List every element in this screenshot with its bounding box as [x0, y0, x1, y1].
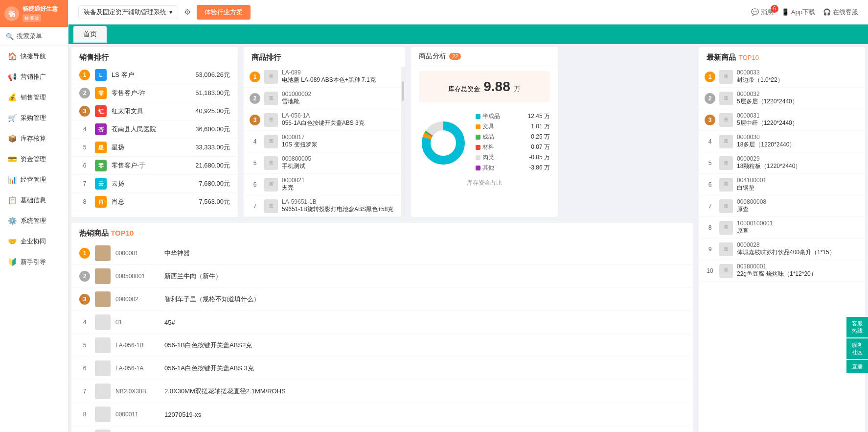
newest-img: 图: [719, 113, 733, 127]
inv-legend: 半成品 12.45 万 文具 1.01 万 成品 0.25 万 材料 0.07 …: [476, 112, 550, 174]
basic-info-icon: 📋: [8, 196, 17, 205]
inv-badge: 22: [449, 53, 461, 60]
sidebar-item-inventory[interactable]: 📦 库存核算: [0, 128, 68, 149]
message-icon: 💬: [751, 8, 759, 16]
sidebar-item-operations[interactable]: 📊 经营管理: [0, 169, 68, 190]
sidebar-item-marketing[interactable]: 📢 营销推广: [0, 67, 68, 87]
hot-product-item: 9 KK-SD22110H 花语萌恒温分疆罐袋（厚款）: [71, 426, 693, 432]
service-icon: 🎧: [823, 8, 831, 16]
newest-name: 体城嘉枝味苏打饮品400毫升（1*15）: [737, 248, 859, 257]
newest-rank-num: 5: [705, 158, 715, 168]
settings-icon[interactable]: ⚙: [184, 7, 191, 17]
rank-number: 6: [79, 160, 90, 171]
online-service-label: 在线客服: [833, 8, 858, 17]
logo-badge: 标准版: [23, 14, 41, 22]
inv-total-value: 9.88: [483, 79, 510, 94]
prod-name: 59651-1B旋转投影灯电池盒ABS黑色+58克: [282, 205, 399, 214]
online-service-item[interactable]: 🎧 在线客服: [823, 8, 858, 17]
message-item[interactable]: 💬 消息 6: [751, 8, 774, 17]
sidebar-item-purchase[interactable]: 🛒 采购管理: [0, 108, 68, 128]
legend-item: 文具 1.01 万: [476, 122, 550, 131]
sidebar-item-label-sales: 销售管理: [21, 93, 46, 102]
newest-name: 原查: [737, 227, 859, 235]
sidebar-item-sales[interactable]: 💰 销售管理: [0, 87, 68, 108]
content-main: 销售排行 1 L LS 客户 53,006.26元 2 零 零售客户-许 51,…: [69, 44, 696, 432]
hot-img: [95, 430, 111, 432]
float-btn-community[interactable]: 服务 社区: [846, 338, 868, 359]
newest-code: 003800001: [737, 263, 859, 270]
product-rank-item: 1 图 LA-089 电池盖 LA-089 ABS本色+黑种 7.1克: [244, 66, 405, 88]
app-download-item[interactable]: 📱 App下载: [781, 8, 815, 17]
newest-product-item: 2 图 0000032 5层多层（1220*2440）: [699, 88, 865, 109]
newest-img: 图: [719, 264, 733, 278]
rank-name: 肖总: [112, 197, 194, 206]
search-menu[interactable]: 🔍 搜索菜单: [0, 27, 68, 46]
legend-dot: [476, 124, 480, 129]
topbar: 装备及固定资产辅助管理系统 ▾ ⚙ 体验行业方案 💬 消息 6 📱 App下载 …: [69, 0, 868, 24]
rank-name: 零售客户-许: [112, 89, 190, 97]
product-ranking-panel: 商品排行 1 图 LA-089 电池盖 LA-089 ABS本色+黑种 7.1克…: [244, 47, 405, 217]
newest-rank-num: 6: [705, 179, 715, 190]
legend-value: -3.86 万: [529, 164, 550, 172]
prod-img: 图: [264, 113, 278, 127]
sidebar-item-label-operations: 经营管理: [21, 175, 46, 184]
newest-img: 图: [719, 178, 733, 192]
rank-number: 8: [79, 196, 90, 207]
hot-rank-num: 2: [79, 271, 90, 282]
sidebar-item-label-enterprise: 企业协同: [21, 237, 46, 246]
trial-button[interactable]: 体验行业方案: [197, 5, 251, 20]
sidebar-item-finance[interactable]: 💳 资金管理: [0, 149, 68, 169]
hot-rank-num: 4: [79, 317, 90, 328]
legend-label: 材料: [482, 143, 531, 151]
sidebar-item-system[interactable]: ⚙️ 系统管理: [0, 211, 68, 231]
newest-product-item: 8 图 10000100001 原查: [699, 217, 865, 239]
hot-rank-num: 7: [79, 386, 90, 397]
newest-rank-num: 1: [705, 72, 715, 82]
newest-name: 18多层（1220*2440）: [737, 141, 859, 149]
rank-number: 4: [79, 124, 90, 135]
sidebar-item-basic-info[interactable]: 📋 基础信息: [0, 190, 68, 211]
rank-name: 零售客户-于: [112, 161, 190, 170]
prod-code: LA-59651-1B: [282, 198, 399, 205]
prod-code: 001000002: [282, 91, 399, 97]
newest-img: 图: [719, 221, 733, 235]
message-badge: 6: [771, 5, 778, 13]
sales-rank-item: 2 零 零售客户-许 51,183.00元: [71, 84, 238, 102]
float-btn-live[interactable]: 直播: [846, 360, 868, 373]
tab-home[interactable]: 首页: [73, 26, 107, 43]
inventory-icon: 📦: [8, 134, 17, 143]
newest-img: 图: [719, 242, 733, 256]
sidebar-item-label-finance: 资金管理: [21, 155, 46, 164]
sidebar-item-enterprise[interactable]: 🤝 企业协同: [0, 231, 68, 252]
sales-rank-item: 8 肖 肖总 7,563.00元: [71, 193, 238, 211]
sidebar-item-label-basic-info: 基础信息: [21, 196, 46, 205]
rank-avatar: 红: [95, 105, 107, 117]
hot-code: 01: [115, 319, 160, 326]
hot-img: [95, 314, 111, 330]
system-selector[interactable]: 装备及固定资产辅助管理系统 ▾: [78, 5, 178, 19]
hot-code: 0000002: [115, 296, 160, 303]
content-area: 销售排行 1 L LS 客户 53,006.26元 2 零 零售客户-许 51,…: [69, 44, 868, 432]
hot-code: LA-056-1B: [115, 342, 160, 349]
newbie-icon: 🔰: [8, 258, 17, 266]
hot-img: [95, 245, 111, 261]
rank-number: 7: [79, 178, 90, 189]
main-area: 装备及固定资产辅助管理系统 ▾ ⚙ 体验行业方案 💬 消息 6 📱 App下载 …: [69, 0, 868, 432]
float-btn-service[interactable]: 客服 热线: [846, 317, 868, 337]
sidebar-item-label-newbie: 新手引导: [21, 258, 46, 266]
legend-item: 其他 -3.86 万: [476, 164, 550, 172]
newest-rank-num: 7: [705, 201, 715, 212]
prod-img: 图: [264, 135, 278, 148]
product-rank-item: 6 图 0000021 夹壳: [244, 174, 405, 195]
rank-amount: 40,925.00元: [195, 107, 230, 116]
scrollbar[interactable]: [401, 67, 405, 217]
sidebar-item-newbie[interactable]: 🔰 新手引导: [0, 252, 68, 272]
hot-code: NB2.0X30B: [115, 388, 160, 395]
hot-img: [95, 407, 111, 422]
sidebar-item-quick-nav[interactable]: 🏠 快捷导航: [0, 46, 68, 67]
sales-rank-item: 3 红 红太阳文具 40,925.00元: [71, 102, 238, 120]
newest-product-item: 4 图 0000030 18多层（1220*2440）: [699, 131, 865, 152]
logo-text: 畅捷通好生意: [23, 5, 58, 13]
rank-amount: 33,333.00元: [195, 143, 230, 152]
hot-name: 中华神器: [164, 249, 685, 258]
